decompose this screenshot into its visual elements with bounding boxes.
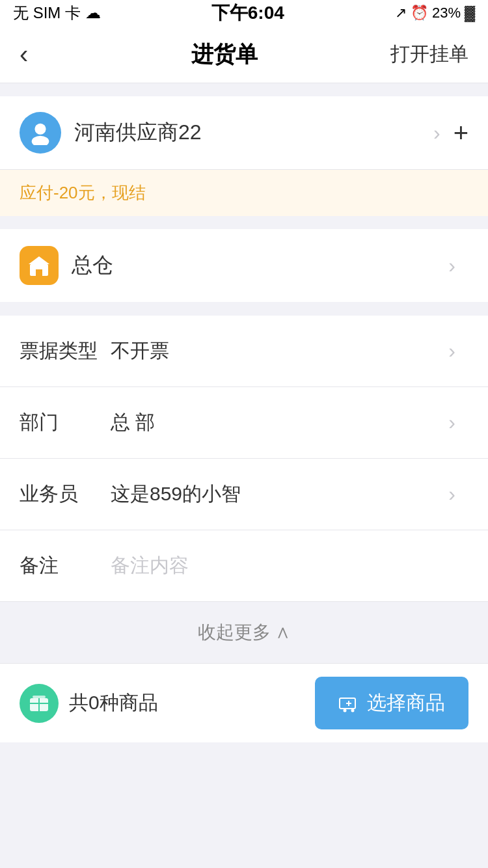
svg-marker-3: [29, 256, 49, 264]
remark-row[interactable]: 备注 备注内容: [0, 530, 488, 602]
svg-rect-6: [33, 696, 46, 698]
invoice-value: 不开票: [111, 338, 448, 364]
section-gap-2: [0, 216, 488, 229]
product-count-wrap: 共0种商品: [20, 684, 158, 723]
section-gap-3: [0, 303, 488, 316]
product-icon-wrap: [20, 684, 59, 723]
department-label: 部门: [20, 409, 111, 436]
back-button[interactable]: ‹: [20, 40, 59, 69]
svg-point-11: [351, 709, 355, 712]
collapse-label: 收起更多 ∧: [198, 620, 291, 645]
open-pending-button[interactable]: 打开挂单: [390, 41, 468, 68]
battery-level: 23%: [432, 5, 461, 21]
product-count-text: 共0种商品: [69, 690, 158, 716]
warehouse-card: 总仓 ›: [0, 229, 488, 303]
add-button[interactable]: +: [454, 120, 468, 146]
warehouse-row[interactable]: 总仓 ›: [0, 229, 488, 303]
svg-rect-4: [36, 269, 42, 276]
warehouse-name: 总仓: [72, 251, 448, 280]
nav-bar: ‹ 进货单 打开挂单: [0, 26, 488, 83]
alarm-icon: ⏰: [411, 5, 428, 21]
salesperson-value: 这是859的小智: [111, 481, 448, 508]
status-left: 无 SIM 卡 ☁: [13, 3, 101, 23]
supplier-name: 河南供应商22: [74, 118, 433, 147]
supplier-row[interactable]: 河南供应商22 › +: [0, 96, 488, 170]
section-gap-1: [0, 83, 488, 96]
chevron-right-icon: ›: [433, 121, 441, 145]
bottom-bar: 共0种商品 选择商品: [0, 663, 488, 742]
page-rest: [0, 742, 488, 868]
warehouse-icon-wrap: [20, 246, 59, 285]
remark-input[interactable]: 备注内容: [111, 552, 468, 579]
form-card: 票据类型 不开票 › 部门 总 部 › 业务员 这是859的小智 › 备注 备注…: [0, 316, 488, 602]
cart-icon: [338, 693, 359, 714]
status-bar: 无 SIM 卡 ☁ 下午6:04 ↗ ⏰ 23% ▓: [0, 0, 488, 26]
page-title: 进货单: [191, 40, 258, 70]
invoice-chevron-icon: ›: [448, 339, 455, 363]
status-time: 下午6:04: [211, 1, 284, 25]
warehouse-chevron-icon: ›: [448, 254, 455, 278]
collapse-row[interactable]: 收起更多 ∧: [0, 602, 488, 663]
remark-label: 备注: [20, 552, 111, 579]
invoice-row[interactable]: 票据类型 不开票 ›: [0, 316, 488, 387]
battery-icon: ▓: [465, 5, 475, 21]
location-icon: ↗: [395, 5, 407, 21]
salesperson-chevron-icon: ›: [448, 482, 455, 506]
svg-point-0: [34, 124, 46, 135]
salesperson-row[interactable]: 业务员 这是859的小智 ›: [0, 459, 488, 530]
select-product-label: 选择商品: [367, 690, 445, 716]
select-product-button[interactable]: 选择商品: [315, 677, 468, 729]
salesperson-label: 业务员: [20, 481, 111, 508]
notice-bar: 应付-20元，现结: [0, 170, 488, 216]
department-row[interactable]: 部门 总 部 ›: [0, 387, 488, 459]
department-chevron-icon: ›: [448, 411, 455, 435]
invoice-label: 票据类型: [20, 338, 111, 364]
department-value: 总 部: [111, 409, 448, 436]
svg-point-1: [32, 136, 49, 145]
notice-text: 应付-20元，现结: [20, 183, 146, 202]
avatar: [20, 112, 61, 154]
svg-point-10: [344, 709, 347, 712]
sim-status: 无 SIM 卡 ☁: [13, 3, 101, 23]
status-right: ↗ ⏰ 23% ▓: [395, 5, 475, 21]
supplier-card: 河南供应商22 › + 应付-20元，现结: [0, 96, 488, 216]
